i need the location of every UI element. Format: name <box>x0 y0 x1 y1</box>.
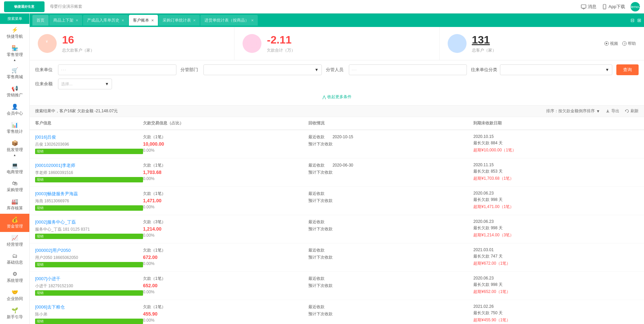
tab-customer-account[interactable]: 客户账本 ✕ <box>129 15 158 26</box>
collection-next-3: 预计下次收款 <box>308 226 474 232</box>
stat-card-debt-customers: ¥ 16 总欠款客户（家） <box>30 27 234 60</box>
col-header-due: 到期未收款日期 <box>473 120 639 126</box>
help-btn[interactable]: ? 帮助 <box>622 41 636 47</box>
overdue-days-2: 最长欠款 998 天 <box>473 197 639 203</box>
sidebar-item-finance[interactable]: 💰 资金管理 <box>0 214 29 232</box>
refresh-btn[interactable]: 刷新 <box>625 108 639 114</box>
sidebar-item-purchase[interactable]: 🛍 采购管理 <box>0 178 29 196</box>
sidebar-item-operation[interactable]: 📈 经营管理 <box>0 232 29 250</box>
stat-icon-debt: ◇ <box>243 34 261 53</box>
tab-import-stats-close[interactable]: ✕ <box>251 19 254 22</box>
debt-info-0: 欠款（1笔） 10,000.00 0.00% <box>143 134 308 153</box>
purchase-icon: 🛍 <box>12 180 18 186</box>
sidebar-item-basic[interactable]: 🗂 基础信息 <box>0 250 29 268</box>
svg-point-2 <box>604 8 605 8</box>
corp-icon: 🤝 <box>11 289 18 295</box>
filter-supplier-input[interactable]: ··· <box>58 64 176 75</box>
customer-info-0: [0016]吕俊 吕俊 13026203696 现销 <box>35 134 143 154</box>
sidebar-item-quick-nav[interactable]: ⚡ 快捷导航 <box>0 24 29 42</box>
app-wrapper: 畅捷通好生意 母婴行业演示账套 消息 App下载 demo2 搜索菜单 <box>0 0 644 324</box>
sidebar-search[interactable]: 搜索菜单 <box>0 13 29 24</box>
sidebar-item-apps[interactable]: 🔲 应用中心 <box>0 323 29 324</box>
svg-text:?: ? <box>624 42 625 46</box>
tab-production[interactable]: 产成品入库单历史 ✕ <box>83 15 128 26</box>
debt-percent-2: 0.00% <box>143 205 308 209</box>
overdue-amount-5[interactable]: 超期¥652.00（1笔） <box>473 289 639 295</box>
overdue-date-6: 2021.02.26 <box>473 304 639 309</box>
collection-next-0: 预计下次收款 <box>308 141 474 147</box>
customer-name-0[interactable]: [0016]吕俊 <box>35 134 143 140</box>
finance-icon: 💰 <box>11 216 18 223</box>
tab-collapse-btn[interactable]: ⊟ <box>631 18 635 23</box>
sidebar-item-retail-stats[interactable]: 📊 零售统计 <box>0 119 29 137</box>
sidebar-item-ecommerce[interactable]: 💻 电商管理 <box>0 159 29 178</box>
tab-products-close[interactable]: ✕ <box>76 19 78 22</box>
table-row: [0002]服务中心_丁磊 服务中心_丁磊 181 0125 8371 现销 欠… <box>30 215 644 243</box>
stat-icon-total <box>448 34 467 53</box>
table-header: 客户信息 欠款交易信息（占比） 回收情况 到期未收款日期 <box>30 117 644 130</box>
collection-label-4: 最近收款 <box>308 247 474 253</box>
collapse-btn[interactable]: ⋀ 收起更多条件 <box>35 93 639 101</box>
overdue-amount-0[interactable]: 超期¥10,000.00（1笔） <box>473 147 639 153</box>
tab-purchase-order[interactable]: 采购订单统计表 ✕ <box>159 15 200 26</box>
tab-home[interactable]: 首页 <box>32 15 49 26</box>
customer-info-5: [0007]小进干 小进干 18279152100 现销 <box>35 276 143 296</box>
avatar[interactable]: demo2 <box>631 2 640 11</box>
inventory-icon: 🏭 <box>11 198 18 205</box>
debt-percent-3: 0.00% <box>143 233 308 238</box>
nav-icon: ⚡ <box>11 27 18 33</box>
sidebar-item-batch-mgmt[interactable]: 📦 批发管理 ▲ <box>0 137 29 159</box>
sidebar-item-system[interactable]: ⚙ 系统管理 <box>0 268 29 286</box>
overdue-amount-3[interactable]: 超期¥1,214.00（3笔） <box>473 232 639 238</box>
table-row: [0016]吕俊 吕俊 13026203696 现销 欠款（1笔） 10,000… <box>30 130 644 158</box>
customer-name-6[interactable]: [0006]去下粮仓 <box>35 304 143 310</box>
top-bar-left: 畅捷通好生意 母婴行业演示账套 <box>4 1 82 12</box>
debt-amount-5: 652.00 <box>143 283 308 288</box>
tab-import-stats[interactable]: 进货单统计表（按商品） ✕ <box>200 15 258 26</box>
debt-percent-1: 0.00% <box>143 176 308 181</box>
filter-category-select[interactable]: ▼ <box>500 64 612 75</box>
customer-name-2[interactable]: [0003]畅捷服务尹海蕊 <box>35 191 143 197</box>
sidebar-item-newbie[interactable]: 🌱 新手引导 <box>0 304 29 323</box>
tab-customer-account-close[interactable]: ✕ <box>151 19 154 22</box>
customer-tag-6: 现销 <box>35 319 143 324</box>
tab-expand-btn[interactable]: ⊞ <box>637 18 641 23</box>
overdue-amount-4[interactable]: 超期¥672.00（1笔） <box>473 261 639 266</box>
filter-person-input[interactable]: ··· <box>349 64 467 75</box>
overdue-amount-2[interactable]: 超期¥1,471.00（1笔） <box>473 204 639 210</box>
overdue-date-2: 2020.06.23 <box>473 191 639 196</box>
overdue-amount-6[interactable]: 超期¥455.90（1笔） <box>473 317 639 323</box>
tab-products[interactable]: 商品上下架 ✕ <box>49 15 82 26</box>
sidebar-item-member[interactable]: 👤 会员中心 <box>0 101 29 119</box>
video-btn[interactable]: 视频 <box>604 41 618 47</box>
customer-name-5[interactable]: [0007]小进干 <box>35 276 143 282</box>
sidebar-item-retail-mgmt[interactable]: 🏪 零售管理 ▲ <box>0 42 29 64</box>
debt-amount-4: 672.00 <box>143 255 308 260</box>
filter-category: 往来单位分类 ▼ <box>471 64 612 75</box>
collection-info-3: 最近收款 预计下次收款 <box>308 219 474 232</box>
result-bar-right: 排序：按欠款金额倒序排序 ▼ 导出 刷新 <box>546 108 639 114</box>
customer-name-4[interactable]: [000002]用户2050 <box>35 247 143 254</box>
sidebar-item-retail-store[interactable]: 🛒 零售商城 <box>0 64 29 83</box>
sidebar-item-inventory[interactable]: 🏭 库存核算 <box>0 196 29 214</box>
tab-purchase-order-close[interactable]: ✕ <box>193 19 196 22</box>
sort-btn[interactable]: 排序：按欠款金额倒序排序 ▼ <box>546 108 600 114</box>
search-button[interactable]: 查询 <box>616 64 639 75</box>
customer-name-3[interactable]: [0002]服务中心_丁磊 <box>35 219 143 225</box>
customer-name-1[interactable]: [0001020001]李老师 <box>35 163 143 169</box>
collection-next-2: 预计下次收款 <box>308 198 474 204</box>
sidebar-item-marketing[interactable]: 📢 营销推广 <box>0 83 29 101</box>
debt-amount-1: 1,703.68 <box>143 170 308 175</box>
overdue-amount-1[interactable]: 超期¥1,703.68（1笔） <box>473 176 639 181</box>
tab-production-close[interactable]: ✕ <box>121 19 124 22</box>
filter-balance-select[interactable]: 选择... ▼ <box>58 79 112 89</box>
table-body: [0016]吕俊 吕俊 13026203696 现销 欠款（1笔） 10,000… <box>30 130 644 324</box>
message-btn[interactable]: 消息 <box>581 4 596 10</box>
app-download-btn[interactable]: App下载 <box>602 4 625 10</box>
filter-dept-select[interactable]: ▼ <box>203 64 322 75</box>
subtitle: 母婴行业演示账套 <box>50 4 82 9</box>
filter-supplier: 往来单位 ··· <box>35 64 176 75</box>
export-btn[interactable]: 导出 <box>606 108 619 114</box>
sidebar-item-corp[interactable]: 🤝 企业协同 <box>0 286 29 304</box>
help-icon: ? <box>622 41 627 46</box>
